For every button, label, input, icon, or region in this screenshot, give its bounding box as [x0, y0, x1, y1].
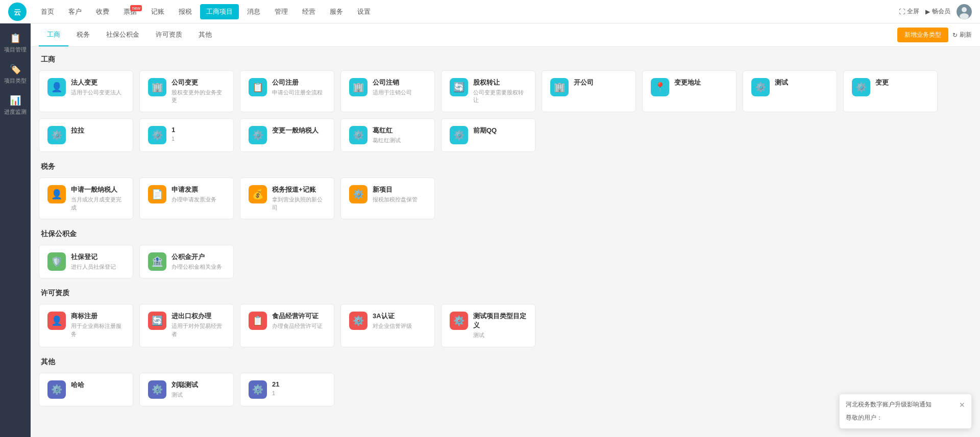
- card-info: 申请一般纳税人当月或次月成变更完成: [71, 185, 125, 212]
- service-card[interactable]: ⚙️测试项目类型目定义测试: [441, 304, 535, 347]
- nav-item-管理[interactable]: 管理: [268, 4, 294, 19]
- card-title: 哈哈: [71, 380, 125, 390]
- card-icon: 📄: [148, 185, 166, 203]
- fullscreen-btn[interactable]: ⛶ 全屏: [899, 7, 919, 16]
- nav-item-记账[interactable]: 记账: [145, 4, 170, 19]
- card-title: 法人变更: [71, 78, 125, 87]
- notification-popup: 河北税务数字账户升级影响通知 ✕ 尊敬的用户：: [839, 394, 972, 429]
- refresh-button[interactable]: ↻ 刷新: [952, 31, 972, 39]
- card-title: 葛红红: [373, 126, 426, 135]
- card-title: 申请发票: [172, 185, 225, 194]
- service-card[interactable]: 📄申请发票办理申请发票业务: [139, 177, 234, 219]
- section-gongshang: 工商👤法人变更适用于公司变更法人🏢公司变更股权变更外的业务变更📋公司注册申请公司…: [39, 55, 972, 152]
- service-card[interactable]: ⚙️3A认证对企业信誉评级: [340, 304, 435, 347]
- section-shuiwu: 税务👤申请一般纳税人当月或次月成变更完成📄申请发票办理申请发票业务💰税务报道+记…: [39, 162, 972, 219]
- service-card[interactable]: ⚙️测试: [743, 70, 837, 112]
- tab-社保公积金[interactable]: 社保公积金: [98, 24, 148, 46]
- nav-item-服务[interactable]: 服务: [324, 4, 349, 19]
- section-qita: 其他⚙️哈哈⚙️刘聪测试测试⚙️211: [39, 357, 972, 406]
- service-card[interactable]: 🏦公积金开户办理公积金相关业务: [139, 245, 234, 278]
- tab-工商[interactable]: 工商: [39, 24, 68, 46]
- card-info: 开公司: [574, 78, 627, 89]
- service-card[interactable]: 📋食品经营许可证办理食品经营许可证: [240, 304, 334, 347]
- service-card[interactable]: ⚙️新项目报税加税控盘保管: [340, 177, 435, 219]
- section-title-shuiwu: 税务: [39, 162, 972, 171]
- card-icon: 🏢: [349, 78, 368, 96]
- tab-其他[interactable]: 其他: [190, 24, 220, 46]
- sidebar-item-进度监测[interactable]: 📊进度监测: [0, 90, 31, 121]
- service-card[interactable]: 👤商标注册用于企业商标注册服务: [39, 304, 133, 347]
- nav-item-经营[interactable]: 经营: [296, 4, 322, 19]
- card-title: 商标注册: [71, 312, 125, 321]
- service-card[interactable]: ⚙️前期QQ: [441, 118, 535, 152]
- card-title: 测试: [775, 78, 828, 87]
- notif-close-button[interactable]: ✕: [959, 401, 965, 409]
- service-card[interactable]: ⚙️刘聪测试测试: [139, 373, 234, 406]
- service-card[interactable]: ⚙️变更一般纳税人: [240, 118, 334, 152]
- nav-item-消息[interactable]: 消息: [241, 4, 266, 19]
- card-title: 进出口权办理: [172, 312, 225, 321]
- section-shebao: 社保公积金🛡️社保登记进行人员社保登记🏦公积金开户办理公积金相关业务: [39, 229, 972, 278]
- sidebar-item-项目类型[interactable]: 🏷️项目类型: [0, 59, 31, 90]
- service-card[interactable]: 🏢开公司: [542, 70, 636, 112]
- cards-grid-qita: ⚙️哈哈⚙️刘聪测试测试⚙️211: [39, 373, 972, 406]
- service-card[interactable]: 📍变更地址: [642, 70, 737, 112]
- service-card[interactable]: ⚙️拉拉: [39, 118, 133, 152]
- service-card[interactable]: 🛡️社保登记进行人员社保登记: [39, 245, 133, 278]
- card-icon: 🏢: [148, 78, 166, 96]
- card-info: 新项目报税加税控盘保管: [373, 185, 426, 203]
- member-btn[interactable]: ▶ 畅会员: [925, 7, 950, 16]
- new-type-button[interactable]: 新增业务类型: [897, 28, 948, 42]
- service-card[interactable]: 🏢公司变更股权变更外的业务变更: [139, 70, 234, 112]
- service-card[interactable]: ⚙️211: [240, 373, 334, 406]
- avatar[interactable]: [957, 4, 972, 19]
- service-card[interactable]: 📋公司注册申请公司注册全流程: [240, 70, 334, 112]
- card-icon: ⚙️: [47, 126, 66, 144]
- card-desc: 测试: [172, 391, 225, 399]
- service-card[interactable]: 👤申请一般纳税人当月或次月成变更完成: [39, 177, 133, 219]
- card-title: 21: [272, 380, 326, 388]
- nav-item-收费[interactable]: 收费: [90, 4, 115, 19]
- service-card[interactable]: 👤法人变更适用于公司变更法人: [39, 70, 133, 112]
- service-card[interactable]: 🔄股权转让公司变更需要股权转让: [441, 70, 535, 112]
- nav-item-客户[interactable]: 客户: [62, 4, 88, 19]
- sidebar-item-项目管理[interactable]: 📋项目管理: [0, 28, 31, 59]
- card-info: 211: [272, 380, 326, 397]
- card-icon: ⚙️: [148, 380, 166, 399]
- nav-item-工商项目[interactable]: 工商项目: [200, 4, 239, 19]
- section-title-qita: 其他: [39, 357, 972, 367]
- member-label: 畅会员: [932, 7, 950, 16]
- tab-税务[interactable]: 税务: [68, 24, 98, 46]
- card-icon: ⚙️: [349, 312, 368, 330]
- tab-许可资质[interactable]: 许可资质: [148, 24, 190, 46]
- main-layout: 📋项目管理🏷️项目类型📊进度监测 工商税务社保公积金许可资质其他 新增业务类型 …: [0, 23, 980, 437]
- card-info: 进出口权办理适用于对外贸易经营者: [172, 312, 225, 338]
- card-info: 测试项目类型目定义测试: [473, 312, 527, 339]
- sidebar-item-label: 项目类型: [4, 77, 27, 85]
- card-icon: 👤: [47, 185, 66, 203]
- service-card[interactable]: ⚙️11: [139, 118, 234, 152]
- card-title: 变更: [875, 78, 929, 87]
- cards-grid-xuke: 👤商标注册用于企业商标注册服务🔄进出口权办理适用于对外贸易经营者📋食品经营许可证…: [39, 304, 972, 347]
- sidebar-icon: 📋: [10, 33, 21, 44]
- card-title: 公司注册: [272, 78, 326, 87]
- nav-item-报税[interactable]: 报税: [173, 4, 198, 19]
- card-icon: ⚙️: [249, 126, 267, 144]
- card-desc: 办理公积金相关业务: [172, 263, 225, 271]
- service-card[interactable]: 🏢公司注销适用于注销公司: [340, 70, 435, 112]
- service-card[interactable]: 💰税务报道+记账拿到营业执照的新公司: [240, 177, 334, 219]
- service-card[interactable]: 🔄进出口权办理适用于对外贸易经营者: [139, 304, 234, 347]
- service-card[interactable]: ⚙️哈哈: [39, 373, 133, 406]
- logo: 云: [8, 3, 27, 21]
- nav-item-首页[interactable]: 首页: [35, 4, 60, 19]
- card-info: 股权转让公司变更需要股权转让: [473, 78, 527, 105]
- service-card[interactable]: ⚙️变更: [843, 70, 938, 112]
- sidebar-icon: 🏷️: [10, 64, 21, 75]
- nav-item-票据[interactable]: 票据new: [117, 4, 143, 19]
- notif-header: 河北税务数字账户升级影响通知 ✕: [846, 400, 965, 409]
- nav-item-设置[interactable]: 设置: [351, 4, 377, 19]
- card-info: 公积金开户办理公积金相关业务: [172, 252, 225, 271]
- service-card[interactable]: ⚙️葛红红葛红红测试: [340, 118, 435, 152]
- card-title: 公积金开户: [172, 252, 225, 262]
- cards-grid-shuiwu: 👤申请一般纳税人当月或次月成变更完成📄申请发票办理申请发票业务💰税务报道+记账拿…: [39, 177, 972, 219]
